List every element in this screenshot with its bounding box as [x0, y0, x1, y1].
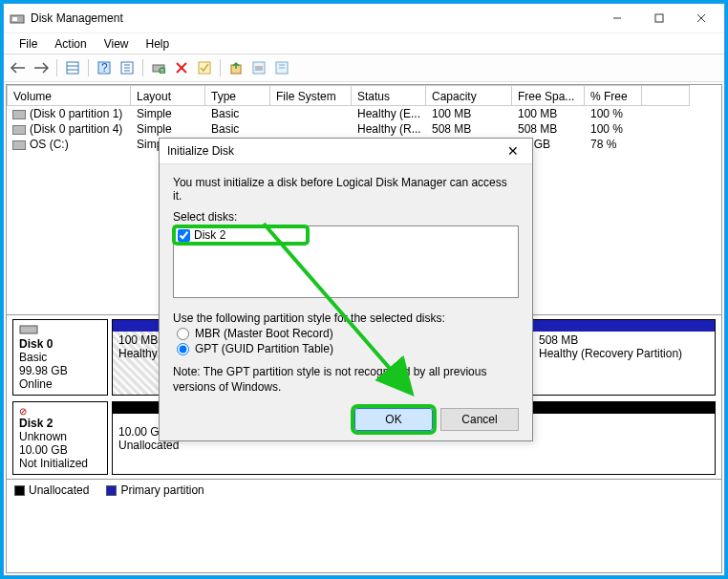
col-spacer [642, 85, 690, 106]
menubar: File Action View Help [4, 32, 724, 54]
table-row[interactable]: (Disk 0 partition 1) Simple Basic Health… [7, 106, 721, 121]
disk-name: Disk 2 [19, 417, 101, 430]
disk-size: 10.00 GB [19, 443, 101, 457]
action2-icon[interactable] [248, 57, 269, 78]
disk-management-window: Disk Management File Action View Help ? … [3, 3, 725, 576]
col-layout[interactable]: Layout [131, 85, 205, 106]
app-icon [10, 11, 25, 26]
mbr-label: MBR (Master Boot Record) [195, 327, 333, 340]
menu-file[interactable]: File [11, 35, 45, 53]
check-icon[interactable] [194, 57, 215, 78]
partition-color-bar [533, 320, 715, 332]
gpt-radio-row[interactable]: GPT (GUID Partition Table) [177, 342, 515, 355]
volume-name: (Disk 0 partition 1) [30, 107, 122, 120]
legend-primary: Primary partition [106, 483, 203, 497]
table-header: Volume Layout Type File System Status Ca… [7, 85, 721, 106]
disk-drive-icon [19, 324, 101, 337]
svg-rect-6 [67, 62, 78, 74]
cell-capacity: 508 MB [426, 121, 512, 137]
action1-icon[interactable] [225, 57, 246, 78]
legend: Unallocated Primary partition [7, 479, 721, 501]
select-disks-label: Select disks: [173, 210, 519, 224]
svg-text:?: ? [101, 61, 108, 75]
maximize-button[interactable] [638, 5, 680, 32]
close-button[interactable] [680, 5, 722, 32]
back-icon[interactable] [8, 57, 29, 78]
gpt-note: Note: The GPT partition style is not rec… [173, 365, 519, 395]
help-icon[interactable]: ? [94, 57, 115, 78]
disk-option-label: Disk 2 [194, 228, 225, 242]
disk-state: Online [19, 377, 101, 391]
volume-icon [12, 110, 26, 119]
forward-icon[interactable] [31, 57, 52, 78]
mbr-radio-row[interactable]: MBR (Master Boot Record) [177, 327, 515, 340]
svg-rect-3 [655, 14, 663, 22]
partition-status: Healthy (Recovery Partition) [539, 347, 709, 360]
cell-status: Healthy (E... [352, 106, 426, 121]
cell-layout: Simple [131, 106, 205, 121]
col-type[interactable]: Type [205, 85, 270, 106]
cell-layout: Simple [131, 121, 205, 137]
svg-rect-1 [12, 17, 17, 21]
refresh-icon[interactable] [148, 57, 169, 78]
partition-style-label: Use the following partition style for th… [173, 311, 519, 325]
disk-info: ⊘ Disk 2 Unknown 10.00 GB Not Initialize… [12, 401, 108, 475]
gpt-radio[interactable] [177, 343, 189, 355]
toolbar: ? [4, 54, 724, 82]
titlebar: Disk Management [4, 4, 724, 32]
cell-status: Healthy (R... [352, 121, 426, 137]
volume-name: (Disk 0 partition 4) [30, 122, 122, 136]
minimize-button[interactable] [596, 5, 638, 32]
window-title: Disk Management [31, 11, 596, 25]
disk2-checkbox[interactable] [178, 229, 190, 242]
cell-type: Basic [205, 106, 270, 121]
cell-fs [270, 113, 352, 115]
cell-free: 100 MB [512, 106, 585, 121]
action3-icon[interactable] [271, 57, 292, 78]
disk-name: Disk 0 [19, 337, 101, 351]
col-filesystem[interactable]: File System [270, 85, 352, 106]
dialog-titlebar: Initialize Disk ✕ [160, 139, 532, 164]
disk-state: Not Initialized [19, 457, 101, 470]
close-icon[interactable]: ✕ [502, 143, 525, 159]
cell-pctfree: 78 % [585, 137, 642, 152]
col-pctfree[interactable]: % Free [585, 85, 642, 106]
menu-action[interactable]: Action [47, 35, 94, 53]
col-status[interactable]: Status [352, 85, 426, 106]
col-free[interactable]: Free Spa... [512, 85, 585, 106]
disk-kind: Unknown [19, 430, 101, 443]
partition-size: 508 MB [539, 333, 709, 347]
col-volume[interactable]: Volume [7, 85, 131, 106]
ok-button[interactable]: OK [354, 408, 433, 431]
menu-view[interactable]: View [96, 35, 137, 53]
view-list-icon[interactable] [62, 57, 83, 78]
partition[interactable]: 508 MB Healthy (Recovery Partition) [533, 320, 715, 395]
cell-fs [270, 128, 352, 130]
disk-list: Disk 2 [173, 225, 519, 298]
cell-pctfree: 100 % [585, 106, 642, 121]
volume-name: OS (C:) [30, 138, 69, 151]
svg-rect-19 [199, 62, 210, 74]
disk-size: 99.98 GB [19, 364, 101, 377]
legend-unallocated: Unallocated [14, 483, 89, 497]
svg-rect-22 [255, 66, 263, 71]
disk-checkbox-row[interactable]: Disk 2 [174, 226, 308, 244]
gpt-label: GPT (GUID Partition Table) [195, 342, 333, 355]
cell-capacity: 100 MB [426, 106, 512, 121]
col-capacity[interactable]: Capacity [426, 85, 512, 106]
dialog-intro: You must initialize a disk before Logica… [173, 176, 519, 203]
delete-icon[interactable] [171, 57, 192, 78]
cancel-button[interactable]: Cancel [440, 408, 519, 431]
cell-pctfree: 100 % [585, 121, 642, 137]
mbr-radio[interactable] [177, 328, 189, 340]
settings-icon[interactable] [117, 57, 138, 78]
disk-warning-icon: ⊘ [19, 406, 101, 417]
cell-free: 508 MB [512, 121, 585, 137]
menu-help[interactable]: Help [139, 35, 178, 53]
volume-icon [12, 125, 26, 135]
dialog-title: Initialize Disk [167, 144, 502, 158]
cell-type: Basic [205, 121, 270, 137]
initialize-disk-dialog: Initialize Disk ✕ You must initialize a … [159, 138, 533, 441]
disk-info: Disk 0 Basic 99.98 GB Online [12, 319, 108, 396]
table-row[interactable]: (Disk 0 partition 4) Simple Basic Health… [7, 121, 721, 137]
